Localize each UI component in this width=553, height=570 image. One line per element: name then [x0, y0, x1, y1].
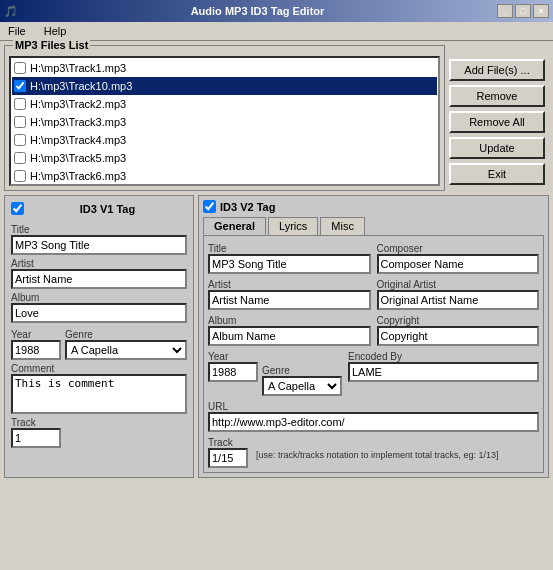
- id3v1-fields: Title Artist Album Year Genre A Capella …: [11, 221, 187, 448]
- id3v1-genre-select[interactable]: A Capella: [65, 340, 187, 360]
- id3v2-track-hint-col: [use: track/tracks notation to implement…: [256, 448, 499, 461]
- remove-all-button[interactable]: Remove All: [449, 111, 545, 133]
- list-item[interactable]: H:\mp3\Track2.mp3: [12, 95, 437, 113]
- list-item[interactable]: H:\mp3\Track10.mp3: [12, 77, 437, 95]
- id3v2-album-copyright-row: Album Copyright: [208, 312, 539, 346]
- id3v2-original-artist-label: Original Artist: [377, 279, 540, 290]
- file-checkbox-0[interactable]: [14, 62, 26, 74]
- id3v1-enable-checkbox[interactable]: [11, 202, 24, 215]
- id3v2-tab-bar: General Lyrics Misc: [203, 217, 544, 235]
- title-bar-icon: 🎵: [4, 5, 18, 18]
- list-item[interactable]: H:\mp3\Track6.mp3: [12, 167, 437, 185]
- file-name-6: H:\mp3\Track6.mp3: [30, 170, 126, 182]
- id3v1-comment-label: Comment: [11, 363, 187, 374]
- file-checkbox-2[interactable]: [14, 98, 26, 110]
- tab-misc[interactable]: Misc: [320, 217, 365, 235]
- id3v1-year-input[interactable]: [11, 340, 61, 360]
- file-checkbox-6[interactable]: [14, 170, 26, 182]
- mp3-files-panel: MP3 Files List H:\mp3\Track1.mp3 H:\mp3\…: [4, 45, 445, 191]
- id3v2-url-input[interactable]: [208, 412, 539, 432]
- title-bar: 🎵 Audio MP3 ID3 Tag Editor _ □ ×: [0, 0, 553, 22]
- id3v2-title-composer-row: Title Composer: [208, 240, 539, 274]
- id3v2-track-input[interactable]: [208, 448, 248, 468]
- top-section: MP3 Files List H:\mp3\Track1.mp3 H:\mp3\…: [0, 41, 553, 195]
- tab-general[interactable]: General: [203, 217, 266, 235]
- id3v2-genre-label: Genre: [262, 365, 342, 376]
- id3v1-genre-col: Genre A Capella: [65, 326, 187, 360]
- add-files-button[interactable]: Add File(s) ...: [449, 59, 545, 81]
- list-item[interactable]: H:\mp3\Track3.mp3: [12, 113, 437, 131]
- id3v2-enable-checkbox[interactable]: [203, 200, 216, 213]
- id3v2-artist-label: Artist: [208, 279, 371, 290]
- id3v2-title-label: Title: [208, 243, 371, 254]
- update-button[interactable]: Update: [449, 137, 545, 159]
- file-name-1: H:\mp3\Track10.mp3: [30, 80, 132, 92]
- id3v2-track-label: Track: [208, 437, 248, 448]
- file-list[interactable]: H:\mp3\Track1.mp3 H:\mp3\Track10.mp3 H:\…: [9, 56, 440, 186]
- file-name-2: H:\mp3\Track2.mp3: [30, 98, 126, 110]
- id3v1-header: ID3 V1 Tag: [11, 202, 187, 215]
- id3v1-track-input[interactable]: [11, 428, 61, 448]
- id3v2-copyright-label: Copyright: [377, 315, 540, 326]
- file-name-4: H:\mp3\Track4.mp3: [30, 134, 126, 146]
- id3v1-comment-input[interactable]: This is comment: [11, 374, 187, 414]
- id3v2-title-input[interactable]: [208, 254, 371, 274]
- menu-help[interactable]: Help: [40, 24, 71, 38]
- id3v1-year-genre-row: Year Genre A Capella: [11, 326, 187, 360]
- file-checkbox-3[interactable]: [14, 116, 26, 128]
- id3v2-general-tab-content: Title Composer Artist Original Artist: [203, 235, 544, 473]
- tab-lyrics[interactable]: Lyrics: [268, 217, 318, 235]
- id3v2-track-hint: [use: track/tracks notation to implement…: [256, 450, 499, 460]
- file-checkbox-5[interactable]: [14, 152, 26, 164]
- id3v1-title-label: Title: [11, 224, 187, 235]
- id3v1-title-input[interactable]: [11, 235, 187, 255]
- id3v1-title: ID3 V1 Tag: [28, 203, 187, 215]
- id3v1-album-input[interactable]: [11, 303, 187, 323]
- id3v2-panel: ID3 V2 Tag General Lyrics Misc Title Com…: [198, 195, 549, 478]
- id3v2-url-label: URL: [208, 401, 539, 412]
- id3v2-artist-origartist-row: Artist Original Artist: [208, 276, 539, 310]
- id3v1-album-label: Album: [11, 292, 187, 303]
- mp3-files-group: MP3 Files List H:\mp3\Track1.mp3 H:\mp3\…: [4, 45, 445, 191]
- list-item[interactable]: H:\mp3\Track5.mp3: [12, 149, 437, 167]
- id3v1-year-col: Year: [11, 326, 61, 360]
- id3v2-album-col: Album: [208, 312, 371, 346]
- id3v2-copyright-input[interactable]: [377, 326, 540, 346]
- id3v1-track-label: Track: [11, 417, 187, 428]
- menu-file[interactable]: File: [4, 24, 30, 38]
- list-item[interactable]: H:\mp3\Track4.mp3: [12, 131, 437, 149]
- close-button[interactable]: ×: [533, 4, 549, 18]
- file-name-3: H:\mp3\Track3.mp3: [30, 116, 126, 128]
- file-name-5: H:\mp3\Track5.mp3: [30, 152, 126, 164]
- id3v2-artist-input[interactable]: [208, 290, 371, 310]
- id3v2-album-label: Album: [208, 315, 371, 326]
- id3v2-encoded-by-input[interactable]: [348, 362, 539, 382]
- bottom-section: ID3 V1 Tag Title Artist Album Year Genre…: [0, 195, 553, 482]
- file-checkbox-4[interactable]: [14, 134, 26, 146]
- id3v2-album-input[interactable]: [208, 326, 371, 346]
- id3v2-artist-col: Artist: [208, 276, 371, 310]
- id3v2-composer-label: Composer: [377, 243, 540, 254]
- list-item[interactable]: H:\mp3\Track7.mp3: [12, 185, 437, 186]
- mp3-files-title: MP3 Files List: [13, 39, 90, 51]
- file-checkbox-1[interactable]: [14, 80, 26, 92]
- exit-button[interactable]: Exit: [449, 163, 545, 185]
- id3v2-genre-col: Genre A Capella: [262, 362, 342, 396]
- id3v2-title-col: Title: [208, 240, 371, 274]
- minimize-button[interactable]: _: [497, 4, 513, 18]
- id3v2-original-artist-input[interactable]: [377, 290, 540, 310]
- id3v1-panel: ID3 V1 Tag Title Artist Album Year Genre…: [4, 195, 194, 478]
- id3v2-genre-select[interactable]: A Capella: [262, 376, 342, 396]
- id3v2-composer-input[interactable]: [377, 254, 540, 274]
- id3v1-artist-label: Artist: [11, 258, 187, 269]
- remove-button[interactable]: Remove: [449, 85, 545, 107]
- id3v2-year-input[interactable]: [208, 362, 258, 382]
- list-item[interactable]: H:\mp3\Track1.mp3: [12, 59, 437, 77]
- id3v2-track-row: Track [use: track/tracks notation to imp…: [208, 434, 539, 468]
- maximize-button[interactable]: □: [515, 4, 531, 18]
- id3v2-header: ID3 V2 Tag: [203, 200, 544, 213]
- id3v2-url-row: URL: [208, 398, 539, 432]
- id3v1-artist-input[interactable]: [11, 269, 187, 289]
- id3v2-original-artist-col: Original Artist: [377, 276, 540, 310]
- file-name-0: H:\mp3\Track1.mp3: [30, 62, 126, 74]
